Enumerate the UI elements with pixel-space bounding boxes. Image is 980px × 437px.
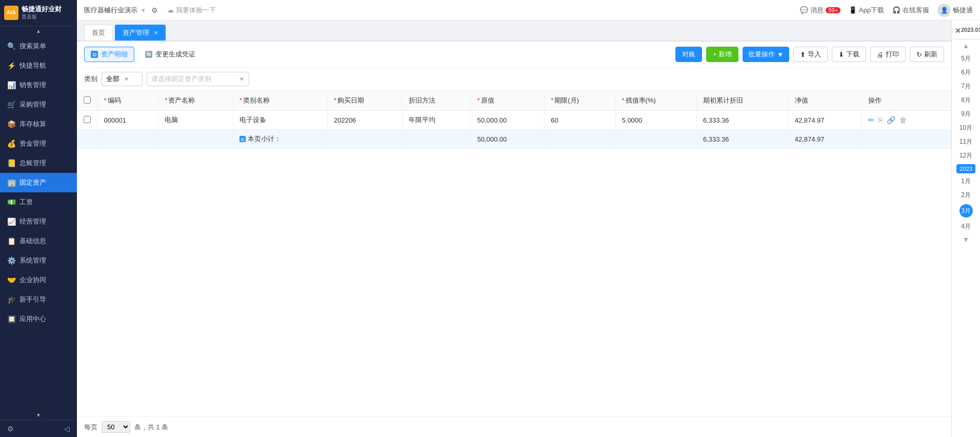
page-area: 首页 资产管理 × ▤ 资产明细 🔄 变更生成凭证 — [77, 21, 951, 437]
month-1[interactable]: 1月 — [952, 174, 980, 188]
sidebar-scroll-down[interactable]: ▼ — [0, 410, 77, 420]
month-9[interactable]: 9月 — [952, 107, 980, 121]
ledger-icon: 📒 — [7, 159, 15, 167]
demo-banner[interactable]: ☁ 我要体验一下 — [167, 6, 216, 15]
subtotal-empty-6 — [545, 130, 615, 149]
sidebar-item-fixed-assets[interactable]: 🏢 固定资产 — [0, 173, 77, 192]
sub-tab-depreciation-voucher[interactable]: 🔄 变更生成凭证 — [138, 47, 202, 62]
month-10[interactable]: 10月 — [952, 121, 980, 135]
app-download-button[interactable]: 📱 App下载 — [849, 6, 884, 15]
logo-icon: AtA — [4, 6, 18, 20]
copy-icon[interactable]: ⎘ — [878, 116, 883, 124]
sidebar-item-purchase[interactable]: 🛒 采购管理 — [0, 95, 77, 114]
print-button[interactable]: 🖨 打印 — [870, 47, 906, 62]
sidebar-item-inventory[interactable]: 📦 库存核算 — [0, 114, 77, 134]
sub-tab-asset-detail[interactable]: ▤ 资产明细 — [84, 47, 134, 62]
enterprise-icon: 🤝 — [7, 276, 15, 284]
month-11[interactable]: 11月 — [952, 135, 980, 149]
edit-icon[interactable]: ✏ — [868, 116, 874, 124]
import-button[interactable]: ⬆ 导入 — [793, 47, 828, 62]
settings-icon[interactable]: ⚙ — [7, 425, 14, 433]
gear-icon[interactable]: ⚙ — [151, 6, 158, 14]
system-icon: ⚙️ — [7, 256, 15, 265]
headset-icon: 🎧 — [892, 6, 901, 14]
sidebar-item-label: 工资 — [19, 197, 33, 207]
sidebar-item-label: 系统管理 — [19, 256, 46, 265]
sidebar-item-operations[interactable]: 📈 经营管理 — [0, 212, 77, 231]
sidebar-item-label: 企业协同 — [19, 275, 46, 285]
page-toolbar: ▤ 资产明细 🔄 变更生成凭证 对账 + 新增 批量操作 — [77, 42, 951, 68]
download-button[interactable]: ⬇ 下载 — [832, 47, 866, 62]
cloud-icon: ☁ — [167, 6, 174, 14]
import-icon: ⬆ — [800, 51, 806, 58]
purchase-icon: 🛒 — [7, 101, 15, 109]
sidebar-item-guide[interactable]: 🎓 新手引导 — [0, 290, 77, 309]
row-residual-rate: 5.0000 — [615, 111, 696, 130]
sidebar-item-label: 资金管理 — [19, 139, 46, 148]
select-all-checkbox[interactable] — [84, 96, 91, 104]
row-checkbox[interactable] — [84, 116, 91, 123]
topbar: 医疗器械行业演示 ▼ ⚙ ☁ 我要体验一下 💬 消息 99+ 📱 App下载 🎧… — [77, 0, 980, 21]
sidebar-item-app-center[interactable]: 🔲 应用中心 — [0, 309, 77, 329]
reconcile-button[interactable]: 对账 — [675, 47, 702, 62]
tab-close-icon[interactable]: × — [154, 29, 158, 36]
table-row: 000001 电脑 电子设备 202206 年限平均 50,000.00 60 … — [77, 111, 951, 130]
customer-service-button[interactable]: 🎧 在线客服 — [892, 6, 929, 15]
sidebar-item-enterprise[interactable]: 🤝 企业协同 — [0, 270, 77, 290]
refresh-button[interactable]: ↻ 刷新 — [910, 47, 944, 62]
inventory-icon: 📦 — [7, 120, 15, 128]
col-checkbox — [77, 91, 97, 111]
month-8[interactable]: 8月 — [952, 93, 980, 107]
refresh-icon: ↻ — [916, 51, 922, 58]
sidebar-item-quick-nav[interactable]: ⚡ 快捷导航 — [0, 56, 77, 75]
sub-tab-asset-detail-label: 资产明细 — [101, 50, 128, 59]
col-net-value: 净值 — [788, 91, 862, 111]
user-menu[interactable]: 👤 畅捷通 — [937, 4, 973, 17]
company-selector[interactable]: 医疗器械行业演示 ▼ — [84, 6, 146, 15]
month-5[interactable]: 5月 — [952, 52, 980, 66]
sidebar-item-label: 基础信息 — [19, 236, 46, 246]
print-icon: 🖨 — [877, 51, 884, 58]
tab-home[interactable]: 首页 — [84, 25, 113, 41]
sidebar-item-payroll[interactable]: 💵 工资 — [0, 192, 77, 212]
sidebar-item-base-info[interactable]: 📋 基础信息 — [0, 231, 77, 251]
month-6[interactable]: 6月 — [952, 66, 980, 80]
collapse-icon[interactable]: ◁ — [64, 425, 70, 433]
sidebar-item-system[interactable]: ⚙️ 系统管理 — [0, 251, 77, 270]
new-label: + 新增 — [713, 50, 732, 59]
subtotal-empty-2 — [97, 130, 158, 149]
asset-mgmt-tab-label: 资产管理 — [123, 29, 149, 36]
category-search-input[interactable]: 请选择固定资产类别 ▼ — [147, 72, 249, 86]
sidebar-item-ledger[interactable]: 📒 总账管理 — [0, 153, 77, 173]
category-type-select[interactable]: 全部 ▼ — [102, 72, 143, 86]
sidebar-item-search[interactable]: 🔍 搜索菜单 — [0, 36, 77, 56]
sidebar-item-sales[interactable]: 📊 销售管理 — [0, 75, 77, 95]
operations-icon: 📈 — [7, 217, 15, 226]
month-12[interactable]: 12月 — [952, 149, 980, 163]
year-2023-label[interactable]: 2023 — [956, 164, 975, 173]
batch-dropdown-icon: ▼ — [777, 51, 784, 58]
sidebar-scroll-up[interactable]: ▲ — [0, 26, 77, 36]
month-3-current[interactable]: 3月 — [959, 204, 973, 217]
tab-asset-mgmt[interactable]: 资产管理 × — [115, 25, 166, 41]
month-7[interactable]: 7月 — [952, 80, 980, 93]
panel-down-arrow[interactable]: ▼ — [963, 233, 970, 246]
row-period: 60 — [545, 111, 615, 130]
link-icon[interactable]: 🔗 — [887, 116, 895, 124]
sidebar-item-label: 快捷导航 — [19, 61, 46, 70]
delete-icon[interactable]: 🗑 — [899, 116, 907, 124]
messages-button[interactable]: 💬 消息 99+ — [800, 6, 841, 15]
avatar: 👤 — [937, 4, 951, 17]
sidebar-item-label: 搜索菜单 — [19, 42, 46, 51]
sidebar-item-finance[interactable]: 💰 资金管理 — [0, 134, 77, 153]
new-button[interactable]: + 新增 — [706, 47, 738, 62]
panel-up-arrow[interactable]: ▲ — [963, 39, 970, 52]
month-4[interactable]: 4月 — [952, 220, 980, 233]
panel-close-button[interactable]: ✕ — [955, 27, 961, 35]
dropdown-arrow-icon: ▼ — [124, 76, 129, 82]
month-2[interactable]: 2月 — [952, 188, 980, 202]
batch-ops-button[interactable]: 批量操作 ▼ — [743, 47, 789, 62]
per-page-select[interactable]: 50 20 100 200 — [102, 421, 130, 433]
subtotal-row: ▤ 本页小计： 50,000.00 6,333.36 4 — [77, 130, 951, 149]
tab-bar: 首页 资产管理 × — [77, 21, 951, 41]
